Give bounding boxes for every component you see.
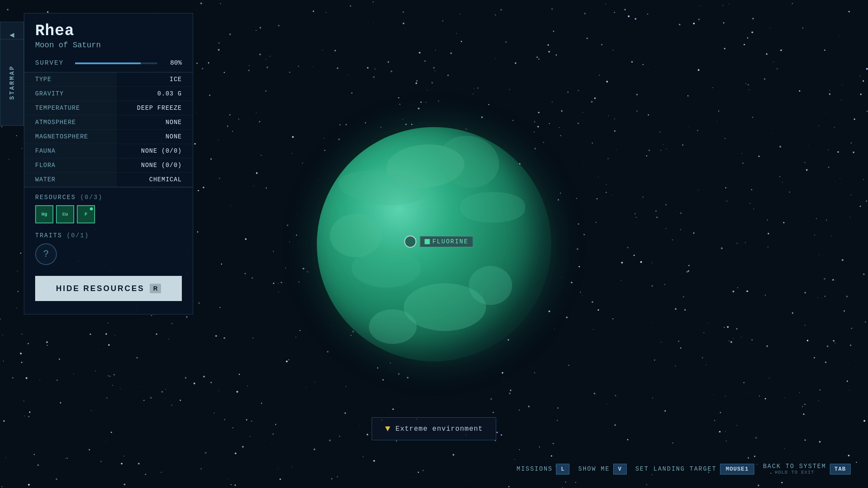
extreme-warning: ▼ Extreme environment (372, 417, 496, 440)
prop-label: WATER (24, 173, 117, 187)
prop-value: NONE (117, 115, 193, 130)
prop-label: GRAVITY (24, 87, 117, 101)
showme-label: SHOW ME (578, 465, 610, 472)
survey-percent: 80% (162, 59, 182, 67)
prop-value: DEEP FREEZE (117, 101, 193, 115)
prop-value: 0.03 G (117, 87, 193, 101)
table-row: MAGNETOSPHERE NONE (24, 130, 193, 144)
planet-header: Rhea Moon of Saturn (24, 13, 193, 56)
prop-label: TEMPERATURE (24, 101, 117, 115)
hide-resources-button[interactable]: HIDE RESOURCES R (35, 276, 182, 301)
resources-count: (0/3) (80, 194, 103, 201)
table-row: FLORA NONE (0/0) (24, 158, 193, 173)
back-label-group: BACK TO SYSTEM HOLD TO EXIT (763, 463, 826, 475)
table-row: GRAVITY 0.03 G (24, 87, 193, 101)
prop-label: FLORA (24, 158, 117, 173)
resource-icon[interactable]: Hg (35, 205, 53, 223)
bottom-toolbar: MISSIONS L SHOW ME V SET LANDING TARGET … (516, 463, 851, 475)
back-main-label: BACK TO SYSTEM (763, 463, 826, 470)
resources-header: RESOURCES (0/3) (35, 194, 182, 201)
table-row: TYPE ICE (24, 72, 193, 87)
info-panel: Rhea Moon of Saturn SURVEY 80% TYPE ICE … (24, 13, 193, 314)
resources-section: RESOURCES (0/3) HgCuF (24, 187, 193, 228)
landing-key[interactable]: MOUSE1 (720, 464, 754, 475)
landing-label: SET LANDING TARGET (635, 465, 717, 472)
missions-key[interactable]: L (556, 464, 569, 475)
toolbar-showme: SHOW ME V (578, 464, 627, 475)
table-row: FAUNA NONE (0/0) (24, 144, 193, 158)
planet-subtitle: Moon of Saturn (35, 41, 182, 49)
resource-icons: HgCuF (35, 205, 182, 223)
traits-label: TRAITS (35, 232, 62, 239)
fluorine-text: FLUORINE (432, 238, 468, 245)
resource-dot (90, 207, 93, 210)
traits-count: (0/1) (66, 232, 89, 239)
prop-label: MAGNETOSPHERE (24, 130, 117, 144)
prop-label: TYPE (24, 72, 117, 87)
hide-resources-key: R (150, 284, 161, 293)
showme-key[interactable]: V (613, 464, 627, 475)
missions-label: MISSIONS (516, 465, 552, 472)
survey-section: SURVEY 80% (24, 56, 193, 72)
fluorine-resource-icon (424, 239, 430, 244)
prop-value: NONE (117, 130, 193, 144)
fluorine-dot (404, 236, 416, 248)
traits-section: TRAITS (0/1) ? (24, 228, 193, 269)
planet-name: Rhea (35, 22, 182, 40)
back-key[interactable]: TAB (830, 464, 851, 475)
planet-globe: FLUORINE (317, 127, 551, 361)
fluorine-label: FLUORINE (420, 236, 473, 247)
warning-icon: ▼ (385, 424, 390, 434)
prop-value: NONE (0/0) (117, 144, 193, 158)
resources-label: RESOURCES (35, 194, 76, 201)
properties-table: TYPE ICE GRAVITY 0.03 G TEMPERATURE DEEP… (24, 72, 193, 187)
table-row: TEMPERATURE DEEP FREEZE (24, 101, 193, 115)
prop-value: CHEMICAL (117, 173, 193, 187)
warning-text: Extreme environment (395, 425, 483, 433)
resource-icon[interactable]: F (77, 205, 95, 223)
trait-unknown-icon[interactable]: ? (35, 243, 57, 265)
resource-icon[interactable]: Cu (56, 205, 74, 223)
survey-label: SURVEY (35, 59, 70, 67)
toolbar-landing: SET LANDING TARGET MOUSE1 (635, 464, 754, 475)
hide-resources-label: HIDE RESOURCES (56, 284, 145, 293)
prop-value: NONE (0/0) (117, 158, 193, 173)
collapse-icon: ◀ (10, 30, 14, 39)
survey-bar (75, 62, 157, 64)
table-row: ATMOSPHERE NONE (24, 115, 193, 130)
prop-value: ICE (117, 72, 193, 87)
planet-container: FLUORINE (317, 127, 551, 361)
toolbar-missions: MISSIONS L (516, 464, 569, 475)
fluorine-marker[interactable]: FLUORINE (404, 236, 473, 248)
back-sub-label: HOLD TO EXIT (775, 470, 814, 475)
prop-label: ATMOSPHERE (24, 115, 117, 130)
traits-header: TRAITS (0/1) (35, 232, 182, 239)
table-row: WATER CHEMICAL (24, 173, 193, 187)
prop-label: FAUNA (24, 144, 117, 158)
survey-bar-fill (75, 62, 141, 64)
starmap-label: STARMAP (0, 39, 24, 126)
toolbar-back: BACK TO SYSTEM HOLD TO EXIT TAB (763, 463, 851, 475)
